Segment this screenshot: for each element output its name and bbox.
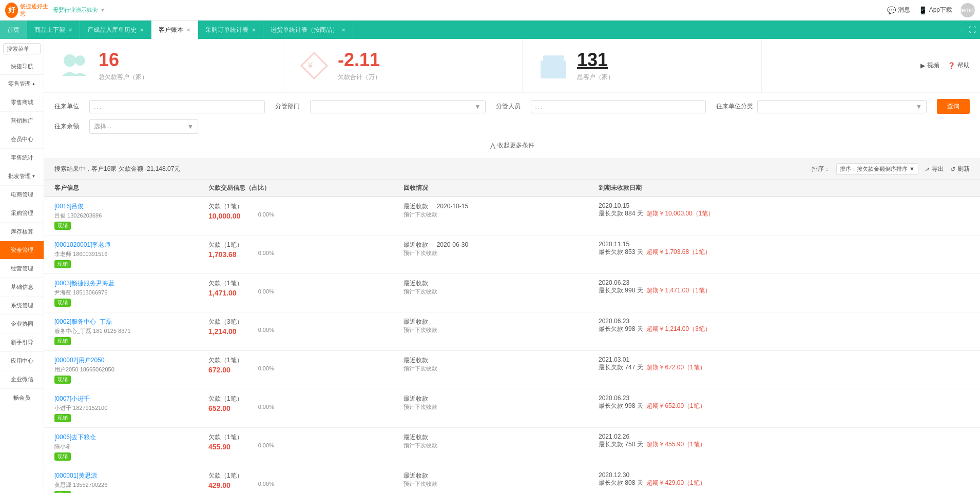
- tenant-name[interactable]: 母婴行业演示账套: [53, 6, 98, 14]
- debt-percent: 0.00%: [258, 241, 274, 256]
- customer-name[interactable]: [000001]黄思源: [54, 471, 208, 480]
- svg-point-1: [75, 55, 85, 66]
- sidebar-item-member[interactable]: 会员中心: [0, 130, 44, 149]
- debt-amount[interactable]: 652.00: [208, 404, 243, 412]
- sidebar-item-inventory[interactable]: 库存核算: [0, 223, 44, 241]
- message-btn[interactable]: 💬 消息: [887, 6, 910, 14]
- sidebar-item-marketing[interactable]: 营销推广: [0, 112, 44, 130]
- payback-cell: 最近收款 2020-06-30 预计下次收款: [403, 241, 599, 257]
- tab-home[interactable]: 首页: [0, 21, 27, 39]
- sidebar-item-wechat[interactable]: 企业微信: [0, 370, 44, 389]
- debt-amount[interactable]: 1,703.68: [208, 250, 243, 259]
- avatar[interactable]: demo2: [960, 3, 975, 17]
- customer-info-cell: [000002]用户2050 用户2050 18665062050 现销: [54, 356, 208, 384]
- overdue-link[interactable]: 超期￥1,214.00（3笔）: [646, 325, 710, 332]
- view-video-btn[interactable]: ▶ 视频: [920, 61, 939, 70]
- sidebar-search-area: [0, 39, 44, 58]
- from-unit-input[interactable]: ...: [89, 100, 265, 113]
- customer-name[interactable]: [0016]吕俊: [54, 202, 208, 211]
- debt-amount[interactable]: 672.00: [208, 366, 243, 374]
- customer-name[interactable]: [0006]去下粮仓: [54, 433, 208, 442]
- tab-maximize-btn[interactable]: ⛶: [969, 26, 976, 34]
- person-input[interactable]: ...: [531, 100, 706, 113]
- sidebar-item-basic-info[interactable]: 基础信息: [0, 278, 44, 297]
- sidebar-item-system[interactable]: 系统管理: [0, 297, 44, 315]
- sort-select[interactable]: 排序：按欠款金额倒序排序 ▼: [836, 163, 918, 175]
- unit-category-label: 往来单位分类: [716, 102, 753, 111]
- svg-rect-4: [543, 55, 564, 62]
- tab-close-purchase-order-stats[interactable]: ✕: [252, 27, 256, 33]
- filter-unit-category: 往来单位分类 ▼: [716, 100, 927, 113]
- person-label: 分管人员: [496, 102, 527, 111]
- sidebar-item-wholesale-mgmt[interactable]: 批发管理 ▼: [0, 167, 44, 186]
- customer-info-cell: [0003]畅捷服务尹海蓝 尹海蓝 18513066976 现销: [54, 279, 208, 307]
- customer-name[interactable]: [000002]用户2050: [54, 356, 208, 365]
- tab-close-production-history[interactable]: ✕: [140, 27, 144, 33]
- customer-badge: 现销: [54, 222, 71, 230]
- due-date: 2020.06.23: [599, 395, 970, 402]
- app-download-btn[interactable]: 📱 App下载: [918, 6, 952, 14]
- sidebar-item-guide[interactable]: 新手引导: [0, 333, 44, 352]
- debt-amount[interactable]: 429.00: [208, 481, 243, 489]
- overdue-link[interactable]: 超期￥455.90（1笔）: [646, 441, 705, 448]
- tab-product-listing[interactable]: 商品上下架 ✕: [27, 21, 80, 39]
- overdue-link[interactable]: 超期￥672.00（1笔）: [646, 364, 705, 371]
- customer-name[interactable]: [0002]服务中心_丁磊: [54, 318, 208, 326]
- refresh-btn[interactable]: ↺ 刷新: [950, 165, 970, 173]
- tab-close-customer-ledger[interactable]: ✕: [186, 27, 190, 33]
- customer-phone: 黄思源 13552700226: [54, 481, 208, 489]
- chevron-down-icon3: ▼: [475, 103, 481, 110]
- overdue-link[interactable]: 超期￥429.00（1笔）: [646, 479, 705, 486]
- total-customers-value: 131: [577, 49, 614, 71]
- help-btn[interactable]: ❓ 帮助: [948, 61, 970, 70]
- unit-category-select[interactable]: ▼: [757, 100, 927, 113]
- content-area: 16 总欠款客户（家） ¥ -2.11 欠款合计（万）: [44, 39, 980, 493]
- tab-purchase-order-stats[interactable]: 采购订单统计表 ✕: [198, 21, 263, 39]
- customer-name[interactable]: [0007]小进千: [54, 395, 208, 403]
- customer-name[interactable]: [0001020001]李老师: [54, 241, 208, 249]
- overdue-info: 最长欠款 853 天 超期￥1,703.68（1笔）: [599, 248, 970, 257]
- debt-amount[interactable]: 455.90: [208, 443, 243, 451]
- sidebar-item-member2[interactable]: 畅会员: [0, 389, 44, 407]
- sidebar-item-retail-stats[interactable]: 零售统计: [0, 149, 44, 167]
- search-btn[interactable]: 查询: [937, 99, 970, 114]
- debt-amount[interactable]: 1,214.00: [208, 327, 243, 336]
- sidebar-item-retail-mall[interactable]: 零售商城: [0, 93, 44, 112]
- svg-rect-8: [556, 72, 561, 77]
- debt-amount[interactable]: 1,471.00: [208, 289, 243, 297]
- sidebar-item-app-center[interactable]: 应用中心: [0, 352, 44, 370]
- sidebar-item-finance[interactable]: 资金管理: [0, 241, 44, 260]
- tab-customer-ledger[interactable]: 客户账本 ✕: [151, 21, 198, 39]
- tab-purchase-stats-by-product[interactable]: 进货单统计表（按商品） ✕: [263, 21, 353, 39]
- tab-production-history[interactable]: 产成品入库单历史 ✕: [80, 21, 151, 39]
- tab-minimize-btn[interactable]: ─: [959, 26, 965, 34]
- payback-latest: 最近收款: [403, 471, 599, 480]
- debt-amount[interactable]: 10,000.00: [208, 212, 243, 220]
- debt-percent: 0.00%: [258, 318, 274, 333]
- refresh-icon: ↺: [950, 166, 955, 173]
- tab-close-product-listing[interactable]: ✕: [68, 27, 72, 33]
- table-row: [0006]去下粮仓 陈小希 现销 欠款（1笔） 455.90 0.00%: [44, 428, 980, 466]
- main-layout: 快捷导航 零售管理 ▲ 零售商城 营销推广 会员中心 零售统计 批发管理 ▼ 电…: [0, 39, 980, 493]
- sidebar-item-retail-mgmt[interactable]: 零售管理 ▲: [0, 75, 44, 93]
- overdue-link[interactable]: 超期￥10,000.00（1笔）: [646, 210, 714, 217]
- export-btn[interactable]: ↗ 导出: [925, 165, 944, 173]
- sidebar-item-operation[interactable]: 经营管理: [0, 260, 44, 278]
- collapse-btn[interactable]: ⋀ 收起更多条件: [54, 139, 970, 152]
- sidebar-quick-nav[interactable]: 快捷导航: [0, 58, 44, 75]
- tab-close-purchase-stats[interactable]: ✕: [341, 27, 345, 33]
- overdue-link[interactable]: 超期￥652.00（1笔）: [646, 402, 705, 409]
- sidebar-item-collab[interactable]: 企业协同: [0, 315, 44, 333]
- balance-select[interactable]: 选择... ▼: [89, 119, 198, 134]
- dept-select[interactable]: ▼: [310, 100, 486, 113]
- overdue-link[interactable]: 超期￥1,703.68（1笔）: [646, 248, 710, 255]
- col-header-customer: 客户信息: [54, 184, 208, 192]
- total-customers-label: 总客户（家）: [577, 73, 614, 82]
- sidebar-item-ecommerce[interactable]: 电商管理: [0, 186, 44, 204]
- overdue-info: 最长欠款 998 天 超期￥652.00（1笔）: [599, 402, 970, 410]
- overdue-link[interactable]: 超期￥1,471.00（1笔）: [646, 287, 710, 294]
- search-input[interactable]: [3, 43, 41, 54]
- logo-text: 畅捷通好生意: [20, 3, 49, 16]
- customer-name[interactable]: [0003]畅捷服务尹海蓝: [54, 279, 208, 288]
- sidebar-item-purchase-mgmt[interactable]: 采购管理: [0, 204, 44, 223]
